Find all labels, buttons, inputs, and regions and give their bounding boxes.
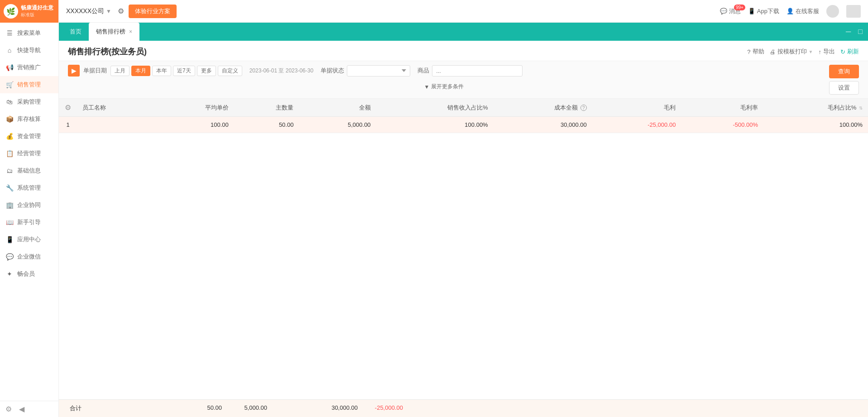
print-chevron-icon: ▼ [809, 49, 813, 54]
date-btn-this-month[interactable]: 本月 [131, 66, 150, 76]
date-btn-last-7[interactable]: 近7天 [173, 66, 195, 76]
status-select[interactable] [347, 65, 410, 77]
cell-avg-price: 100.00 [155, 117, 234, 133]
cell-amount: 5,000.00 [299, 117, 376, 133]
app-download-button[interactable]: 📱 App下载 [748, 7, 779, 15]
date-btn-last-month[interactable]: 上月 [110, 66, 129, 76]
system-icon: 🔧 [5, 184, 14, 192]
trial-button[interactable]: 体验行业方案 [129, 5, 177, 18]
sidebar-item-enterprise[interactable]: 🏢 企业协同 [0, 197, 58, 214]
basics-icon: 🗂 [5, 167, 14, 174]
service-icon: 👤 [786, 8, 794, 14]
help-circle-icon: ? [747, 48, 750, 55]
topbar-gear-icon[interactable]: ⚙ [118, 7, 124, 15]
col-settings[interactable]: ⚙ [59, 99, 77, 117]
topbar-right: 💬 消息 99+ 📱 App下载 👤 在线客服 [720, 5, 861, 18]
main-area: XXXXXX公司 ▼ ⚙ 体验行业方案 💬 消息 99+ 📱 App下载 👤 在… [59, 0, 868, 417]
col-gross: 毛利 [592, 99, 681, 117]
footer-amount: 5,000.00 [227, 404, 273, 412]
date-btn-custom[interactable]: 自定义 [218, 66, 242, 76]
phone-icon: 📱 [748, 8, 755, 14]
goods-input[interactable] [432, 65, 523, 77]
messages-button[interactable]: 💬 消息 99+ [720, 7, 741, 15]
settings-icon[interactable]: ⚙ [5, 405, 12, 413]
sidebar-item-label: 搜索菜单 [17, 29, 41, 37]
tab-home[interactable]: 首页 [62, 23, 89, 41]
cell-rank: 1 [59, 117, 77, 133]
sidebar-logo: 🌿 畅康通好生意 标准版 [0, 0, 58, 23]
gross-pct-sort-icon[interactable]: ⇅ [859, 105, 863, 110]
query-button[interactable]: 查询 [829, 65, 859, 78]
footer-cost: 30,000.00 [318, 404, 363, 412]
sidebar-item-marketing[interactable]: 📢 营销推广 [0, 59, 58, 76]
sidebar-item-label: 销售管理 [17, 81, 41, 89]
tabbar: 首页 销售排行榜 × ─ □ [59, 23, 868, 41]
expand-label: 展开更多条件 [431, 83, 464, 91]
cell-gross: -25,000.00 [592, 117, 681, 133]
sidebar-item-wechat[interactable]: 💬 企业微信 [0, 248, 58, 265]
export-label: 导出 [823, 48, 835, 56]
sidebar-item-apps[interactable]: 📱 应用中心 [0, 231, 58, 248]
sidebar-item-member[interactable]: ✦ 畅会员 [0, 265, 58, 283]
finance-icon: 💰 [5, 133, 14, 140]
sidebar-item-label: 系统管理 [17, 184, 41, 192]
sidebar-item-quicknav[interactable]: ⌂ 快捷导航 [0, 42, 58, 59]
service-label: 在线客服 [796, 7, 819, 15]
logo-title: 畅康通好生意 [21, 5, 53, 12]
sidebar-item-inventory[interactable]: 📦 库存核算 [0, 110, 58, 128]
sidebar-item-search[interactable]: ☰ 搜索菜单 [0, 24, 58, 42]
sidebar-item-purchase[interactable]: 🛍 采购管理 [0, 93, 58, 110]
print-button[interactable]: 🖨 按模板打印 ▼ [770, 48, 813, 56]
tab-close-icon[interactable]: × [129, 29, 132, 35]
date-btn-this-year[interactable]: 本年 [152, 66, 171, 76]
company-chevron-icon: ▼ [106, 8, 111, 14]
sidebar-item-operations[interactable]: 📋 经营管理 [0, 145, 58, 162]
cost-help-icon[interactable]: ? [580, 105, 587, 111]
expand-row: ▼ 展开更多条件 [68, 81, 820, 92]
date-btn-more[interactable]: 更多 [197, 66, 216, 76]
user-avatar[interactable] [826, 5, 839, 18]
sidebar-item-basics[interactable]: 🗂 基础信息 [0, 162, 58, 179]
sidebar-item-label: 经营管理 [17, 149, 41, 158]
help-button[interactable]: ? 帮助 [747, 48, 764, 56]
export-icon: ↑ [819, 48, 822, 55]
refresh-icon: ↻ [840, 48, 845, 55]
sidebar-item-system[interactable]: 🔧 系统管理 [0, 179, 58, 197]
table-row: 1 100.00 50.00 5,000.00 100.00% 30,000.0… [59, 117, 868, 133]
logo-sub: 标准版 [21, 12, 53, 18]
cell-qty: 50.00 [234, 117, 299, 133]
sales-rank-table: ⚙ 员工名称 平均单价 主数量 全额 [59, 99, 868, 133]
tab-home-label: 首页 [70, 28, 82, 36]
sidebar-item-finance[interactable]: 💰 资金管理 [0, 128, 58, 145]
page-header: 销售排行榜(按业务员) ? 帮助 🖨 按模板打印 ▼ ↑ 导出 ↻ 刷新 [59, 41, 868, 61]
content-area: 销售排行榜(按业务员) ? 帮助 🖨 按模板打印 ▼ ↑ 导出 ↻ 刷新 [59, 41, 868, 417]
collapse-icon[interactable]: ◀ [19, 405, 24, 413]
online-service-button[interactable]: 👤 在线客服 [786, 7, 819, 15]
home-icon: ⌂ [5, 47, 14, 54]
date-nav-button[interactable]: ▶ [68, 65, 80, 77]
col-qty: 主数量 [234, 99, 299, 117]
cell-cost: 30,000.00 [494, 117, 592, 133]
tab-sales-rank-label: 销售排行榜 [96, 28, 125, 36]
filter-top: ▶ 单据日期 上月 本月 本年 近7天 更多 自定义 2023 [68, 65, 859, 95]
company-selector[interactable]: XXXXXX公司 ▼ [66, 7, 111, 15]
sidebar-item-label: 畅会员 [17, 270, 35, 278]
export-button[interactable]: ↑ 导出 [819, 48, 835, 56]
sidebar-item-sales[interactable]: 🛒 销售管理 [0, 76, 58, 93]
operations-icon: 📋 [5, 150, 14, 157]
tab-minimize-icon[interactable]: ─ [844, 26, 853, 38]
tab-sales-rank[interactable]: 销售排行榜 × [89, 23, 139, 41]
expand-more-button[interactable]: ▼ 展开更多条件 [424, 83, 464, 91]
logo-icon: 🌿 [4, 4, 18, 19]
col-gross-pct: 毛利占比% ⇅ [763, 99, 868, 117]
table-footer: 合计 50.00 5,000.00 30,000.00 -25,000.00 [59, 399, 868, 417]
filter-section: ▶ 单据日期 上月 本月 本年 近7天 更多 自定义 2023 [59, 61, 868, 99]
tab-maximize-icon[interactable]: □ [856, 26, 864, 38]
refresh-button[interactable]: ↻ 刷新 [840, 48, 859, 56]
help-label: 帮助 [753, 48, 764, 56]
sales-icon: 🛒 [5, 81, 14, 88]
settings-button[interactable]: 设置 [829, 81, 859, 95]
col-cost: 成本全额 ? [494, 99, 592, 117]
message-badge: 99+ [734, 5, 745, 10]
sidebar-item-guide[interactable]: 📖 新手引导 [0, 214, 58, 231]
